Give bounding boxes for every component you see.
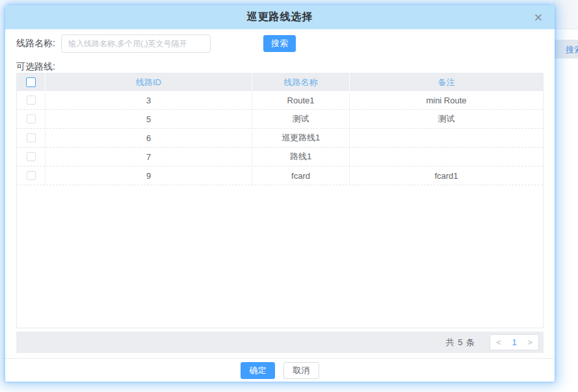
background-partial-text: 搜索 (566, 44, 578, 56)
selectable-routes-label: 可选路线: (16, 60, 544, 72)
row-checkbox-cell (17, 91, 46, 109)
row-checkbox-cell (17, 166, 46, 185)
column-header-route-name: 线路名称 (252, 73, 350, 91)
table-row[interactable]: 3 Route1 mini Route (17, 91, 543, 110)
total-count-label: 共 5 条 (446, 337, 475, 348)
cancel-button[interactable]: 取消 (283, 362, 319, 379)
pager: < 1 > (490, 334, 539, 350)
routes-table: 线路ID 线路名称 备注 3 Route1 mini Route 5 测试 测试 (16, 73, 544, 328)
table-row[interactable]: 7 路线1 (17, 148, 543, 166)
table-row[interactable]: 5 测试 测试 (17, 110, 543, 129)
search-button[interactable]: 搜索 (263, 35, 296, 52)
cell-note: 测试 (350, 110, 543, 128)
row-checkbox[interactable] (27, 96, 36, 105)
row-checkbox-cell (17, 148, 46, 166)
pagination-bar: 共 5 条 < 1 > (16, 332, 544, 353)
row-checkbox[interactable] (27, 152, 36, 161)
row-checkbox[interactable] (27, 133, 36, 142)
row-checkbox-cell (17, 129, 46, 147)
close-icon[interactable]: ✕ (534, 12, 543, 23)
table-row[interactable]: 6 巡更路线1 (17, 129, 543, 148)
cell-route-id: 7 (46, 148, 252, 166)
row-checkbox-cell (17, 110, 46, 128)
cell-note: fcard1 (350, 166, 543, 185)
dialog-titlebar: 巡更路线选择 ✕ (5, 5, 555, 29)
page: 搜索 巡更路线选择 ✕ 线路名称: 搜索 可选路线: 线路ID 线路名称 (0, 0, 578, 392)
route-name-label: 线路名称: (16, 38, 55, 49)
route-name-input[interactable] (61, 34, 211, 53)
cell-route-name: 巡更路线1 (252, 129, 350, 147)
page-number[interactable]: 1 (507, 337, 521, 347)
confirm-button[interactable]: 确定 (241, 362, 275, 379)
row-checkbox[interactable] (27, 171, 36, 180)
next-page-icon[interactable]: > (521, 335, 538, 350)
background-toolbar-strip: 搜索 (553, 40, 578, 59)
cell-route-id: 9 (46, 166, 252, 185)
cell-route-id: 3 (46, 91, 252, 109)
cell-route-name: 路线1 (252, 148, 350, 166)
table-header-row: 线路ID 线路名称 备注 (17, 73, 543, 91)
cell-route-id: 5 (46, 110, 252, 128)
background-panel-header (553, 0, 578, 29)
cell-note: mini Route (350, 91, 543, 109)
cell-route-name: fcard (252, 166, 350, 185)
prev-page-icon[interactable]: < (490, 335, 507, 350)
patrol-route-select-dialog: 巡更路线选择 ✕ 线路名称: 搜索 可选路线: 线路ID 线路名称 备注 (5, 5, 555, 382)
cell-note (350, 129, 543, 147)
cell-note (350, 148, 543, 166)
dialog-body: 线路名称: 搜索 可选路线: 线路ID 线路名称 备注 3 Route1 (5, 29, 555, 358)
dialog-footer: 确定 取消 (5, 358, 555, 382)
table-empty-area (17, 185, 543, 328)
dialog-title: 巡更路线选择 (247, 10, 313, 24)
cell-route-id: 6 (46, 129, 252, 147)
cell-route-name: 测试 (252, 110, 350, 128)
row-checkbox[interactable] (27, 114, 36, 124)
header-select-all-cell (17, 73, 46, 91)
cell-route-name: Route1 (252, 91, 350, 109)
table-row[interactable]: 9 fcard fcard1 (17, 166, 543, 185)
search-row: 线路名称: 搜索 (16, 34, 544, 53)
column-header-note: 备注 (350, 73, 543, 91)
column-header-route-id: 线路ID (46, 73, 252, 91)
select-all-checkbox[interactable] (26, 77, 36, 87)
